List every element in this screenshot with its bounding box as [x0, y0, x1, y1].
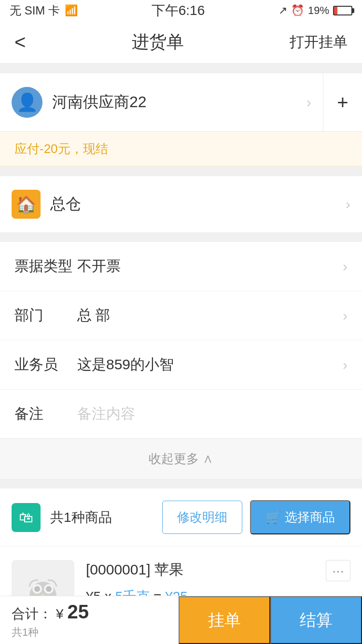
gap-4: [0, 479, 362, 489]
total-amount: 25: [68, 601, 89, 623]
salesperson-label: 业务员: [14, 355, 77, 375]
supplier-chevron-icon: ›: [306, 94, 311, 111]
supplier-selector[interactable]: 👤 河南供应商22 ›: [0, 73, 323, 131]
person-icon: 👤: [16, 92, 38, 112]
gap-3: [0, 232, 362, 242]
invoice-type-row[interactable]: 票据类型 不开票 ›: [0, 242, 362, 291]
form-section: 票据类型 不开票 › 部门 总 部 › 业务员 这是859的小智 › 备注 备注…: [0, 242, 362, 438]
checkout-button[interactable]: 结算: [270, 596, 362, 644]
invoice-type-label: 票据类型: [14, 256, 77, 276]
svg-point-4: [46, 586, 52, 592]
product-more-button[interactable]: ···: [326, 560, 350, 581]
select-product-button[interactable]: 🛒 选择商品: [250, 500, 350, 534]
department-value: 总 部: [77, 306, 338, 325]
select-product-label: 选择商品: [285, 509, 335, 526]
total-line: 合计： ¥ 25: [12, 601, 167, 623]
bottom-bar: 合计： ¥ 25 共1种 挂单 结算: [0, 596, 362, 644]
supplier-avatar: 👤: [12, 87, 42, 118]
pending-button[interactable]: 挂单: [179, 596, 270, 644]
gap-2: [0, 167, 362, 176]
svg-point-3: [34, 586, 40, 592]
modify-detail-button[interactable]: 修改明细: [162, 501, 242, 534]
collapse-toggle[interactable]: 收起更多 ∧: [0, 438, 362, 479]
select-icon: 🛒: [265, 510, 281, 525]
status-bar: 无 SIM 卡 📶 下午6:16 ↗ ⏰ 19%: [0, 0, 362, 21]
supplier-name: 河南供应商22: [52, 92, 302, 113]
salesperson-value: 这是859的小智: [77, 355, 338, 375]
warehouse-chevron-icon: ›: [346, 196, 350, 212]
collapse-label: 收起更多 ∧: [149, 450, 213, 467]
notes-row[interactable]: 备注 备注内容: [0, 390, 362, 438]
products-header: 🛍 共1种商品 修改明细 🛒 选择商品: [0, 489, 362, 546]
total-section: 合计： ¥ 25 共1种: [0, 596, 179, 644]
product-name: [0000001] 苹果: [86, 560, 326, 580]
products-count: 共1种商品: [50, 508, 162, 527]
location-icon: ↗: [278, 4, 287, 17]
nav-bar: < 进货单 打开挂单: [0, 21, 362, 64]
department-label: 部门: [14, 306, 77, 325]
notes-value: 备注内容: [77, 404, 348, 424]
back-button[interactable]: <: [14, 31, 26, 53]
department-row[interactable]: 部门 总 部 ›: [0, 291, 362, 340]
warehouse-icon: 🏠: [12, 190, 41, 219]
warehouse-name: 总仓: [50, 194, 341, 215]
salesperson-chevron-icon: ›: [343, 357, 348, 373]
total-label: 合计：: [12, 605, 52, 623]
invoice-chevron-icon: ›: [343, 258, 348, 275]
product-title: 苹果: [154, 561, 183, 577]
battery-icon: [333, 6, 352, 15]
gap-1: [0, 64, 362, 73]
warehouse-row[interactable]: 🏠 总仓 ›: [0, 176, 362, 232]
status-right: ↗ ⏰ 19%: [278, 4, 352, 17]
invoice-type-value: 不开票: [77, 256, 338, 276]
add-supplier-button[interactable]: +: [323, 73, 362, 131]
product-code: [0000001]: [86, 561, 154, 577]
battery-percent: 19%: [308, 4, 329, 17]
open-pending-button[interactable]: 打开挂单: [290, 32, 348, 52]
supplier-section: 👤 河南供应商22 › +: [0, 73, 362, 131]
alarm-icon: ⏰: [291, 4, 304, 17]
products-icon: 🛍: [12, 503, 41, 532]
page-title: 进货单: [132, 30, 184, 54]
total-symbol: ¥: [56, 606, 64, 622]
wifi-icon: 📶: [65, 4, 78, 17]
department-chevron-icon: ›: [343, 308, 348, 324]
salesperson-row[interactable]: 业务员 这是859的小智 ›: [0, 340, 362, 390]
status-time: 下午6:16: [152, 1, 205, 20]
bag-icon: 🛍: [19, 509, 33, 526]
total-count: 共1种: [12, 625, 167, 640]
notice-banner: 应付-20元，现结: [0, 131, 362, 167]
status-carrier: 无 SIM 卡 📶: [10, 3, 78, 18]
notes-label: 备注: [14, 404, 77, 424]
carrier-text: 无 SIM 卡: [10, 3, 60, 18]
